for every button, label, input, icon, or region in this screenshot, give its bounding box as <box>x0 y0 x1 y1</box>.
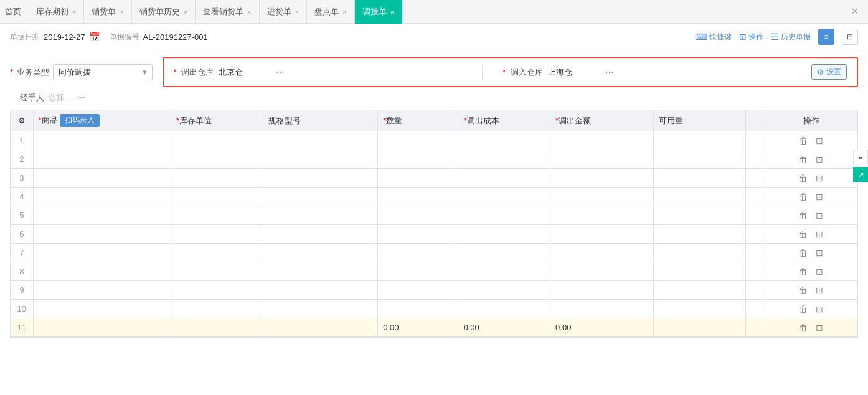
table-row: 6 🗑 ⊡ <box>11 225 857 244</box>
toolbar-row: 单据日期 2019-12-27 📅 单据编号 AL-20191227-001 ⌨… <box>0 24 868 50</box>
table-row: 7 🗑 ⊡ <box>11 244 857 262</box>
copy-icon-4[interactable]: ⊡ <box>813 191 826 203</box>
calendar-icon[interactable]: 📅 <box>89 32 100 42</box>
tab-home[interactable]: 首页 <box>5 0 29 24</box>
gear-icon: ⚙ <box>817 68 824 77</box>
copy-icon[interactable]: ⊡ <box>813 321 826 334</box>
window-close-button[interactable]: × <box>846 5 863 18</box>
out-wh-required: * <box>174 68 177 77</box>
delete-icon-4[interactable]: 🗑 <box>797 191 809 203</box>
row-num-7: 7 <box>11 244 33 262</box>
tab-stocktake[interactable]: 盘点单 × <box>307 0 354 24</box>
tab-sales-history[interactable]: 销货单历史 × <box>132 0 196 24</box>
in-wh-required: * <box>502 68 506 77</box>
copy-icon-7[interactable]: ⊡ <box>813 247 826 259</box>
layout-btn-grid[interactable]: ⊟ <box>842 29 858 45</box>
col-cost-header: *调出成本 <box>458 110 550 131</box>
tab-inventory-init[interactable]: 库存期初 × <box>29 0 84 24</box>
biz-type-field: * 业务类型 同价调拨 ▾ <box>10 64 153 80</box>
side-list-btn[interactable]: ≡ <box>853 150 868 164</box>
in-wh-more-btn[interactable]: ··· <box>605 67 613 78</box>
table-row: 2 🗑 ⊡ <box>11 150 857 169</box>
tab-transfer[interactable]: 调拨单 × <box>355 0 402 24</box>
col-empty-header <box>745 110 765 131</box>
warehouse-box: * 调出仓库 北京仓 ··· * 调入仓库 上海仓 ··· ⚙ 设置 <box>163 57 858 87</box>
out-warehouse-field: * 调出仓库 北京仓 ··· <box>174 67 463 78</box>
dropdown-arrow-icon: ▾ <box>143 67 147 77</box>
delete-icon-10[interactable]: 🗑 <box>797 303 809 315</box>
table-row: 9 🗑 ⊡ <box>11 281 857 300</box>
in-warehouse-field: * 调入仓库 上海仓 ··· <box>502 67 791 78</box>
tab-close-view-sales[interactable]: × <box>247 8 251 16</box>
biz-type-required: * <box>10 68 13 77</box>
table-row: 11 0.00 0.00 0.00 🗑 ⊡ <box>11 318 857 337</box>
toolbar-right: ⌨ 快捷键 ⊞ 操作 ☰ 历史单据 ≡ ⊟ <box>695 29 858 45</box>
row-num-8: 8 <box>11 262 33 281</box>
copy-icon-3[interactable]: ⊡ <box>813 172 826 184</box>
delete-icon-5[interactable]: 🗑 <box>797 209 809 222</box>
copy-icon-9[interactable]: ⊡ <box>813 284 826 297</box>
copy-icon-8[interactable]: ⊡ <box>813 265 826 278</box>
tab-close-stocktake[interactable]: × <box>342 8 346 16</box>
out-wh-more-btn[interactable]: ··· <box>276 67 284 78</box>
col-avail-header: 可用量 <box>654 110 746 131</box>
delete-icon[interactable]: 🗑 <box>797 321 809 334</box>
col-unit-header: *库存单位 <box>171 110 263 131</box>
tab-view-sales[interactable]: 查看销货单 × <box>196 0 259 24</box>
side-buttons: ≡ ↗ <box>853 150 868 182</box>
copy-icon-5[interactable]: ⊡ <box>813 209 826 222</box>
table-row: 5 🗑 ⊡ <box>11 206 857 225</box>
layout-btn-active[interactable]: ≡ <box>818 29 834 45</box>
col-spec-header: 规格型号 <box>263 110 378 131</box>
side-expand-btn[interactable]: ↗ <box>853 167 868 182</box>
table-row: 10 🗑 ⊡ <box>11 300 857 318</box>
form-row-1: * 业务类型 同价调拨 ▾ * 调出仓库 北京仓 ··· * 调入仓库 上海仓 … <box>10 57 858 87</box>
row-num-6: 6 <box>11 225 33 244</box>
handler-more-btn[interactable]: ··· <box>77 92 85 103</box>
delete-icon-1[interactable]: 🗑 <box>797 135 809 147</box>
tab-close-sales-history[interactable]: × <box>184 8 187 16</box>
wh-divider <box>482 65 483 80</box>
form-area: * 业务类型 同价调拨 ▾ * 调出仓库 北京仓 ··· * 调入仓库 上海仓 … <box>0 50 868 110</box>
table-row: 4 🗑 ⊡ <box>11 188 857 206</box>
tab-close-sales-order[interactable]: × <box>120 8 123 16</box>
col-amount-header: *调出金额 <box>550 110 654 131</box>
tab-sales-order[interactable]: 销货单 × <box>84 0 131 24</box>
copy-icon-6[interactable]: ⊡ <box>813 228 826 240</box>
tab-close-purchase-order[interactable]: × <box>295 8 299 16</box>
tab-purchase-order[interactable]: 进货单 × <box>260 0 307 24</box>
table-row: 1 🗑 ⊡ <box>11 131 857 150</box>
shortcut-key-btn[interactable]: ⌨ 快捷键 <box>695 32 732 42</box>
col-qty-header: *数量 <box>378 110 458 131</box>
copy-icon-10[interactable]: ⊡ <box>813 303 826 315</box>
set-button[interactable]: ⚙ 设置 <box>811 64 847 80</box>
row-num-4: 4 <box>11 188 33 206</box>
history-doc-btn[interactable]: ☰ 历史单据 <box>771 32 811 42</box>
row-num-5: 5 <box>11 206 33 225</box>
keyboard-icon: ⌨ <box>695 32 707 42</box>
history-icon: ☰ <box>771 32 779 42</box>
col-op-header: 操作 <box>765 110 857 131</box>
product-table: ⚙ *商品 扫码录入 *库存单位 规格型号 *数量 *调出成本 *调出金额 <box>10 110 858 338</box>
delete-icon-7[interactable]: 🗑 <box>797 247 809 259</box>
col-product-header: *商品 扫码录入 <box>33 110 171 131</box>
table-header: ⚙ *商品 扫码录入 *库存单位 规格型号 *数量 *调出成本 *调出金额 <box>11 110 857 131</box>
delete-icon-9[interactable]: 🗑 <box>797 284 809 297</box>
delete-icon-3[interactable]: 🗑 <box>797 172 809 184</box>
copy-icon-2[interactable]: ⊡ <box>813 153 826 166</box>
operation-btn[interactable]: ⊞ 操作 <box>739 32 763 42</box>
table-row: 3 🗑 ⊡ <box>11 169 857 188</box>
copy-icon-1[interactable]: ⊡ <box>813 135 826 147</box>
delete-icon-8[interactable]: 🗑 <box>797 265 809 278</box>
row-num-1: 1 <box>11 131 33 150</box>
tab-close-inventory-init[interactable]: × <box>72 8 76 16</box>
doc-number-field: 单据编号 AL-20191227-001 <box>110 32 208 42</box>
tab-bar: 首页 库存期初 × 销货单 × 销货单历史 × 查看销货单 × 进货单 × 盘点… <box>0 0 868 24</box>
tab-close-transfer[interactable]: × <box>390 8 394 16</box>
col-settings[interactable]: ⚙ <box>11 110 33 131</box>
delete-icon-6[interactable]: 🗑 <box>797 228 809 240</box>
row-num-11: 11 <box>11 318 33 337</box>
scan-entry-btn[interactable]: 扫码录入 <box>60 114 100 127</box>
biz-type-dropdown[interactable]: 同价调拨 ▾ <box>53 64 153 80</box>
delete-icon-2[interactable]: 🗑 <box>797 153 809 166</box>
